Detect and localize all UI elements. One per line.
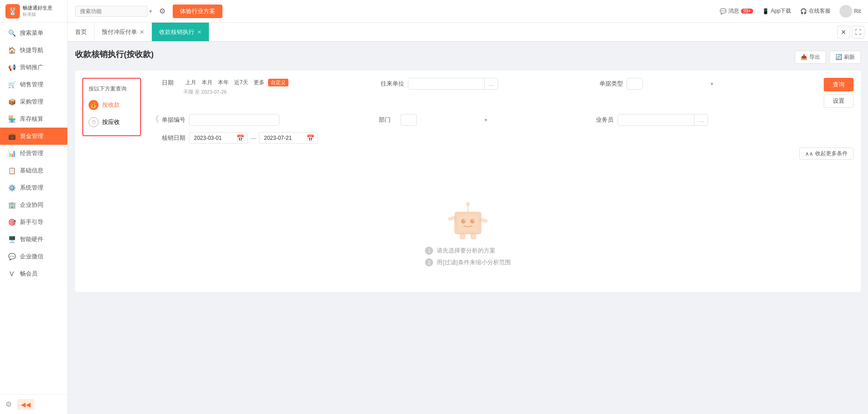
panel-collapse-arrow[interactable]: 《: [148, 78, 162, 160]
tab-prepay[interactable]: 预付冲应付单 ✕: [94, 23, 152, 41]
refresh-label: 刷新: [844, 53, 855, 61]
industry-plan-button[interactable]: 体验行业方案: [173, 5, 222, 18]
search-chevron-icon[interactable]: ▾: [149, 8, 152, 14]
filter-option-by-receivable[interactable]: ⏱ 按应收: [83, 114, 140, 131]
sidebar-item-quicknav[interactable]: 🏠 快捷导航: [0, 42, 67, 59]
docno-input[interactable]: [189, 114, 279, 125]
date-last-month[interactable]: 上月: [184, 78, 198, 87]
sidebar-item-finance[interactable]: 💼 资金管理: [0, 128, 67, 145]
sidebar-item-sales[interactable]: 🛒 销售管理: [0, 76, 67, 93]
sidebar-item-search[interactable]: 🔍 搜索菜单: [0, 24, 67, 42]
main-content-card: 按以下方案查询 💰 按收款 ⏱ 按应收 《: [75, 71, 861, 292]
date-this-month[interactable]: 本月: [200, 78, 214, 87]
date-row: 日期 上月 本月 本年 近7天 更多 自定义: [162, 78, 381, 87]
dept-select[interactable]: [401, 114, 417, 126]
employee-input[interactable]: [618, 114, 694, 125]
topbar-gear-icon[interactable]: ⚙: [159, 7, 165, 15]
form-settings-button[interactable]: 设置: [824, 94, 854, 108]
home-icon: 🏠: [7, 47, 16, 54]
tab-collection[interactable]: 收款核销执行 ✕: [152, 23, 209, 41]
sidebar-item-enterprise[interactable]: 🏢 企业协同: [0, 196, 67, 214]
sidebar-item-marketing[interactable]: 📢 营销推广: [0, 59, 67, 76]
page-title: 收款核销执行(按收款): [75, 49, 154, 60]
date-range-separator: —: [250, 135, 256, 142]
wechat-icon: 💬: [7, 253, 16, 260]
sidebar-item-inventory-label: 库存核算: [20, 115, 43, 123]
filter-option-receivable-label: 按应收: [102, 118, 120, 126]
tab-prepay-close-icon[interactable]: ✕: [140, 29, 144, 35]
sidebar-item-wechat-label: 企业微信: [20, 252, 43, 261]
tab-expand-button[interactable]: ⛶: [852, 26, 864, 38]
employee-group: 业务员 …: [596, 114, 813, 126]
tab-collection-close-icon[interactable]: ✕: [197, 29, 202, 35]
partner-input[interactable]: [408, 78, 484, 89]
tab-collection-label: 收款核销执行: [159, 28, 194, 36]
empty-step-2: 2 用[过滤]条件来缩小分析范围: [425, 258, 510, 266]
tab-home[interactable]: 首页: [68, 23, 94, 41]
doctype-select-wrapper: [627, 78, 717, 90]
sidebar-nav: 🔍 搜索菜单 🏠 快捷导航 📢 营销推广 🛒 销售管理 📦 采购管理 🏪 库存核…: [0, 23, 67, 394]
sales-icon: 🛒: [7, 81, 16, 88]
user-avatar: [840, 5, 852, 18]
page-header: 收款核销执行(按收款) 📤 导出 🔄 刷新: [75, 49, 861, 65]
settings-icon[interactable]: ⚙: [4, 398, 14, 410]
doctype-select[interactable]: [627, 78, 643, 90]
collapse-conditions-button[interactable]: ∧∧ 收起更多条件: [799, 148, 854, 160]
inner-content: 收款核销执行(按收款) 📤 导出 🔄 刷新: [68, 42, 868, 299]
sidebar-item-member[interactable]: V 畅会员: [0, 265, 67, 282]
sidebar-item-operation-label: 经营管理: [20, 149, 43, 157]
sidebar-item-guide-label: 新手引导: [20, 218, 43, 226]
filter-option-collection-label: 按收款: [102, 101, 120, 109]
svg-rect-1: [458, 215, 478, 231]
panel-chevron-icon[interactable]: 《: [151, 114, 159, 124]
dept-select-wrapper: [401, 114, 491, 126]
refresh-button[interactable]: 🔄 刷新: [830, 51, 861, 64]
sidebar-item-hardware[interactable]: 🖥️ 智能硬件: [0, 231, 67, 248]
app-download-button[interactable]: 📱 App下载: [762, 7, 791, 15]
user-info[interactable]: Rit: [840, 5, 861, 18]
svg-point-2: [461, 219, 466, 224]
tab-close-window-button[interactable]: ✕: [837, 26, 850, 38]
date-custom-badge[interactable]: 自定义: [268, 79, 288, 86]
main-area: ▾ ⚙ 体验行业方案 💬 消息 99+ 📱 App下载 🎧 在线客服 Rit: [68, 0, 868, 414]
step-1-num: 1: [425, 247, 433, 255]
empty-illustration: [441, 196, 495, 241]
step-2-num: 2: [425, 258, 433, 266]
sidebar-collapse-button[interactable]: ◀◀: [17, 399, 34, 410]
query-actions: 查询 设置: [824, 78, 854, 108]
message-button[interactable]: 💬 消息 99+: [720, 7, 753, 15]
sidebar-item-operation[interactable]: 📊 经营管理: [0, 145, 67, 162]
search-icon: 🔍: [7, 29, 16, 37]
date-this-year[interactable]: 本年: [216, 78, 231, 87]
filter-option-by-collection[interactable]: 💰 按收款: [83, 96, 140, 114]
date-label: 日期: [162, 79, 180, 87]
date-more[interactable]: 更多: [252, 78, 266, 87]
sidebar-item-guide[interactable]: 🎯 新手引导: [0, 214, 67, 231]
purchase-icon: 📦: [7, 98, 16, 105]
export-button[interactable]: 📤 导出: [795, 51, 826, 64]
app-version: 标准版: [23, 11, 52, 18]
message-icon: 💬: [720, 8, 726, 14]
sidebar-item-system[interactable]: ⚙️ 系统管理: [0, 179, 67, 196]
sidebar-item-inventory[interactable]: 🏪 库存核算: [0, 110, 67, 128]
docno-label: 单据编号: [162, 116, 185, 124]
online-service-label: 在线客服: [809, 7, 830, 15]
svg-point-3: [470, 219, 475, 224]
sidebar-item-basic[interactable]: 📋 基础信息: [0, 162, 67, 179]
query-button[interactable]: 查询: [824, 78, 854, 91]
verify-start-calendar-icon[interactable]: 📅: [236, 134, 244, 142]
sidebar-item-wechat[interactable]: 💬 企业微信: [0, 248, 67, 265]
search-input[interactable]: [75, 6, 147, 17]
left-panel-wrapper: 按以下方案查询 💰 按收款 ⏱ 按应收 《: [82, 78, 162, 160]
verify-end-calendar-icon[interactable]: 📅: [307, 134, 314, 142]
sidebar-item-purchase[interactable]: 📦 采购管理: [0, 93, 67, 110]
service-icon: 🎧: [800, 8, 807, 14]
partner-more-icon[interactable]: …: [484, 79, 498, 89]
filter-layout: 按以下方案查询 💰 按收款 ⏱ 按应收 《: [82, 78, 854, 160]
dept-group: 部门: [379, 114, 596, 126]
enterprise-icon: 🏢: [7, 201, 16, 209]
online-service-button[interactable]: 🎧 在线客服: [800, 7, 830, 15]
employee-more-icon[interactable]: …: [694, 115, 708, 125]
date-7days[interactable]: 近7天: [232, 78, 250, 87]
system-icon: ⚙️: [7, 184, 16, 191]
